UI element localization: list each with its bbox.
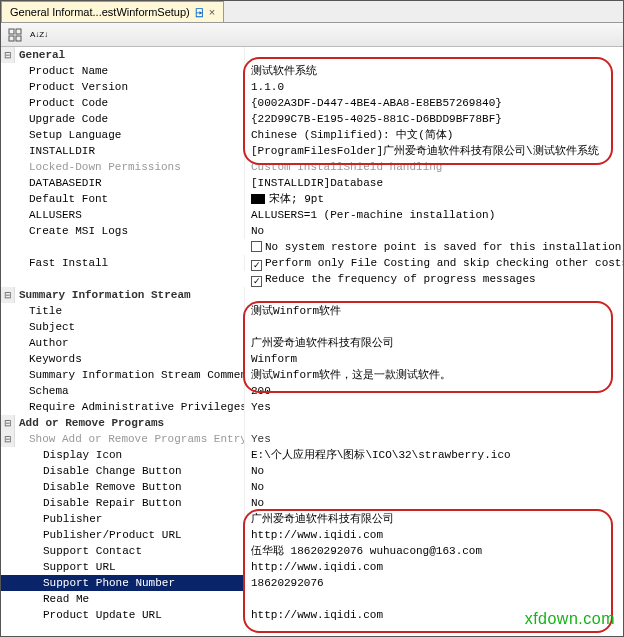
row-create-msi-logs[interactable]: Create MSI LogsNo <box>1 223 623 239</box>
row-support-phone[interactable]: Support Phone Number18620292076 <box>1 575 623 591</box>
row-author[interactable]: Author广州爱奇迪软件科技有限公司 <box>1 335 623 351</box>
checkbox-icon[interactable] <box>251 241 262 252</box>
row-databasedir[interactable]: DATABASEDIR[INSTALLDIR]Database <box>1 175 623 191</box>
row-support-contact[interactable]: Support Contact伍华聪 18620292076 wuhuacong… <box>1 543 623 559</box>
row-disable-change[interactable]: Disable Change ButtonNo <box>1 463 623 479</box>
row-locked-permissions[interactable]: Locked-Down PermissionsCustom InstallShi… <box>1 159 623 175</box>
row-display-icon[interactable]: Display IconE:\个人应用程序\图标\ICO\32\strawber… <box>1 447 623 463</box>
row-allusers[interactable]: ALLUSERSALLUSERS=1 (Per-machine installa… <box>1 207 623 223</box>
row-disable-repair[interactable]: Disable Repair ButtonNo <box>1 495 623 511</box>
row-support-url[interactable]: Support URLhttp://www.iqidi.com <box>1 559 623 575</box>
pin-icon[interactable]: ⍈ <box>196 6 203 18</box>
collapse-icon[interactable]: ⊟ <box>1 287 15 303</box>
collapse-icon[interactable]: ⊟ <box>1 415 15 431</box>
svg-rect-0 <box>9 29 14 34</box>
svg-rect-2 <box>9 36 14 41</box>
category-summary[interactable]: ⊟ Summary Information Stream <box>1 287 623 303</box>
sort-button[interactable]: A↓Z↓ <box>29 25 49 45</box>
row-fast-install-2[interactable]: Fast InstallPerform only File Costing an… <box>1 255 623 271</box>
category-arp[interactable]: ⊟ Add or Remove Programs <box>1 415 623 431</box>
collapse-icon[interactable]: ⊟ <box>1 47 15 63</box>
checkbox-icon[interactable] <box>251 276 262 287</box>
row-subject[interactable]: Subject <box>1 319 623 335</box>
svg-rect-1 <box>16 29 21 34</box>
row-show-arp-entry[interactable]: ⊟Show Add or Remove Programs EntryYes <box>1 431 623 447</box>
row-fast-install-1[interactable]: No system restore point is saved for thi… <box>1 239 623 255</box>
row-disable-remove[interactable]: Disable Remove ButtonNo <box>1 479 623 495</box>
row-keywords[interactable]: Keywords Winform <box>1 351 623 367</box>
row-publisher[interactable]: Publisher广州爱奇迪软件科技有限公司 <box>1 511 623 527</box>
row-fast-install-3[interactable]: Reduce the frequency of progress message… <box>1 271 623 287</box>
row-product-version[interactable]: Product Version1.1.0 <box>1 79 623 95</box>
categorize-button[interactable] <box>5 25 25 45</box>
collapse-icon[interactable]: ⊟ <box>1 431 15 447</box>
row-product-name[interactable]: Product Name测试软件系统 <box>1 63 623 79</box>
row-schema[interactable]: Schema200 <box>1 383 623 399</box>
font-swatch-icon <box>251 194 265 204</box>
row-comments[interactable]: Summary Information Stream Comments测试Win… <box>1 367 623 383</box>
row-default-font[interactable]: Default Font宋体; 9pt <box>1 191 623 207</box>
close-icon[interactable]: × <box>209 6 215 18</box>
row-readme[interactable]: Read Me <box>1 591 623 607</box>
row-title[interactable]: Title测试Winform软件 <box>1 303 623 319</box>
tab-general-information[interactable]: General Informat...estWinformSetup) ⍈ × <box>1 1 224 22</box>
category-general[interactable]: ⊟ General <box>1 47 623 63</box>
row-publisher-url[interactable]: Publisher/Product URLhttp://www.iqidi.co… <box>1 527 623 543</box>
row-product-code[interactable]: Product Code{0002A3DF-D447-4BE4-ABA8-E8E… <box>1 95 623 111</box>
tab-title: General Informat...estWinformSetup) <box>10 6 190 18</box>
row-admin-priv[interactable]: Require Administrative PrivilegesYes <box>1 399 623 415</box>
row-installdir[interactable]: INSTALLDIR[ProgramFilesFolder]广州爱奇迪软件科技有… <box>1 143 623 159</box>
row-upgrade-code[interactable]: Upgrade Code{22D99C7B-E195-4025-881C-D6B… <box>1 111 623 127</box>
tab-bar: General Informat...estWinformSetup) ⍈ × <box>1 1 623 23</box>
row-setup-language[interactable]: Setup LanguageChinese (Simplified): 中文(简… <box>1 127 623 143</box>
property-grid: ⊟ General Product Name测试软件系统 Product Ver… <box>1 47 623 636</box>
toolbar: A↓Z↓ <box>1 23 623 47</box>
checkbox-icon[interactable] <box>251 260 262 271</box>
watermark: xfdown.com <box>525 610 615 628</box>
svg-rect-3 <box>16 36 21 41</box>
